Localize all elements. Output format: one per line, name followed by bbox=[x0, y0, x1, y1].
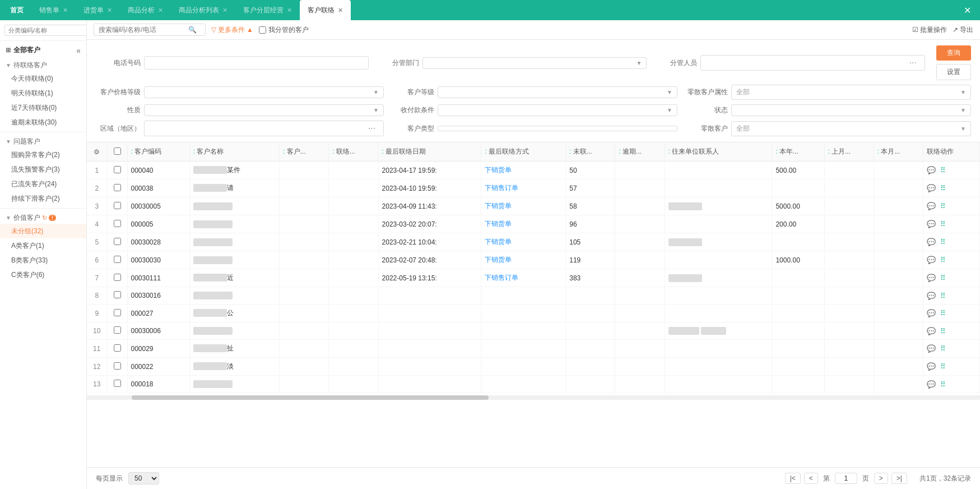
sidebar-item-declining[interactable]: 持续下滑客户(2) bbox=[0, 191, 86, 206]
tab-purchase-close[interactable]: ✕ bbox=[107, 7, 112, 14]
row-select-checkbox[interactable] bbox=[114, 220, 121, 227]
more-icon[interactable]: ⠿ bbox=[940, 344, 946, 353]
row-checkbox[interactable] bbox=[107, 269, 127, 287]
tab-analysis[interactable]: 商品分析 ✕ bbox=[120, 0, 171, 20]
tab-home[interactable]: 首页 bbox=[2, 0, 31, 20]
contact-icon[interactable]: 💬 bbox=[927, 274, 936, 282]
contact-icon[interactable]: 💬 bbox=[927, 309, 936, 317]
sidebar-item-class-a[interactable]: A类客户(1) bbox=[0, 238, 86, 253]
tab-customer-contact[interactable]: 客户联络 ✕ bbox=[300, 0, 351, 20]
sidebar-item-class-c[interactable]: C类客户(6) bbox=[0, 267, 86, 282]
row-checkbox[interactable] bbox=[107, 340, 127, 358]
batch-operation-btn[interactable]: ☑ 批量操作 bbox=[912, 25, 947, 35]
sidebar-collapse-icon[interactable]: « bbox=[76, 46, 81, 55]
row-select-checkbox[interactable] bbox=[114, 238, 121, 245]
nature-select[interactable]: ▼ bbox=[144, 104, 384, 116]
tab-customer-segment[interactable]: 客户分层经营 ✕ bbox=[235, 0, 300, 20]
row-last-method-link[interactable]: 下销售订单 bbox=[485, 274, 518, 282]
select-all-checkbox[interactable] bbox=[114, 147, 121, 155]
row-checkbox[interactable] bbox=[107, 162, 127, 179]
more-icon[interactable]: ⠿ bbox=[940, 274, 946, 282]
page-first-btn[interactable]: |< bbox=[785, 473, 801, 484]
more-icon[interactable]: ⠿ bbox=[940, 256, 946, 264]
filter-search-icon[interactable]: 🔍 bbox=[188, 26, 197, 34]
page-last-btn[interactable]: >| bbox=[891, 473, 907, 484]
page-prev-btn[interactable]: < bbox=[804, 473, 818, 484]
col-checkbox-all[interactable] bbox=[107, 142, 127, 162]
row-last-method-link[interactable]: 下销货单 bbox=[485, 166, 512, 174]
problem-customer-category[interactable]: ▼ 问题客户 bbox=[0, 135, 86, 147]
contact-icon[interactable]: 💬 bbox=[927, 220, 936, 228]
contact-icon[interactable]: 💬 bbox=[927, 292, 936, 300]
contact-icon[interactable]: 💬 bbox=[927, 238, 936, 246]
sidebar-item-churned[interactable]: 已流失客户(24) bbox=[0, 177, 86, 191]
sidebar-item-churn-warning[interactable]: 流失预警客户(3) bbox=[0, 162, 86, 177]
tab-analysis-list[interactable]: 商品分析列表 ✕ bbox=[171, 0, 235, 20]
sidebar-search-input[interactable] bbox=[4, 25, 87, 36]
contact-icon[interactable]: 💬 bbox=[927, 362, 936, 371]
more-icon[interactable]: ⠿ bbox=[940, 202, 946, 210]
row-last-method-link[interactable]: 下销货单 bbox=[485, 202, 512, 210]
more-icon[interactable]: ⠿ bbox=[940, 238, 946, 246]
row-last-method-link[interactable]: 下销货单 bbox=[485, 238, 512, 246]
region-dots-icon[interactable]: ··· bbox=[365, 123, 379, 133]
more-conditions-btn[interactable]: ▽ 更多条件 ▲ bbox=[211, 25, 253, 35]
row-last-method-link[interactable]: 下销货单 bbox=[485, 220, 512, 228]
tab-analysis-close[interactable]: ✕ bbox=[158, 7, 163, 14]
row-checkbox[interactable] bbox=[107, 251, 127, 269]
query-button[interactable]: 查询 bbox=[936, 45, 971, 61]
sidebar-item-unclassified[interactable]: 未分组(32) bbox=[0, 224, 86, 238]
sidebar-item-7day-pending[interactable]: 近7天待联络(0) bbox=[0, 100, 86, 115]
scatter-attr-select[interactable]: 全部 ▼ bbox=[731, 85, 971, 100]
more-icon[interactable]: ⠿ bbox=[940, 380, 946, 389]
contact-icon[interactable]: 💬 bbox=[927, 202, 936, 210]
contact-icon[interactable]: 💬 bbox=[927, 166, 936, 174]
row-checkbox[interactable] bbox=[107, 322, 127, 340]
more-icon[interactable]: ⠿ bbox=[940, 184, 946, 192]
sidebar-item-today-pending[interactable]: 今天待联络(0) bbox=[0, 71, 86, 86]
dept-select[interactable]: ▼ bbox=[422, 57, 647, 69]
more-icon[interactable]: ⠿ bbox=[940, 309, 946, 317]
row-checkbox[interactable] bbox=[107, 179, 127, 197]
row-select-checkbox[interactable] bbox=[114, 202, 121, 209]
region-select[interactable]: ··· bbox=[144, 121, 384, 136]
pending-contact-category[interactable]: ▼ 待联络客户 bbox=[0, 58, 86, 71]
row-checkbox[interactable] bbox=[107, 215, 127, 233]
phone-input[interactable] bbox=[144, 56, 369, 70]
tab-customer-contact-close[interactable]: ✕ bbox=[338, 7, 343, 14]
more-icon[interactable]: ⠿ bbox=[940, 166, 946, 174]
tab-customer-segment-close[interactable]: ✕ bbox=[287, 7, 292, 14]
tab-sales[interactable]: 销售单 ✕ bbox=[31, 0, 76, 20]
sidebar-item-tomorrow-pending[interactable]: 明天待联络(1) bbox=[0, 86, 86, 100]
customer-type-select[interactable] bbox=[438, 126, 677, 131]
horizontal-scrollbar[interactable] bbox=[87, 395, 980, 400]
col-settings[interactable]: ⚙ bbox=[87, 142, 107, 162]
per-page-select[interactable]: 50 100 200 bbox=[128, 472, 159, 485]
scatter-select[interactable]: 全部 ▼ bbox=[731, 121, 971, 136]
reset-button[interactable]: 设置 bbox=[936, 64, 971, 80]
tab-analysis-list-close[interactable]: ✕ bbox=[222, 7, 227, 14]
tab-purchase[interactable]: 进货单 ✕ bbox=[76, 0, 120, 20]
row-checkbox[interactable] bbox=[107, 358, 127, 376]
refresh-icon[interactable]: ↻ bbox=[42, 214, 47, 222]
row-last-method-link[interactable]: 下销售订单 bbox=[485, 184, 518, 192]
customer-level-select[interactable]: ▼ bbox=[438, 86, 677, 98]
contact-icon[interactable]: 💬 bbox=[927, 327, 936, 335]
status-select[interactable]: ▼ bbox=[731, 104, 971, 116]
row-select-checkbox[interactable] bbox=[114, 291, 121, 298]
row-select-checkbox[interactable] bbox=[114, 362, 121, 370]
sidebar-item-abnormal[interactable]: 囤购异常客户(2) bbox=[0, 147, 86, 162]
row-checkbox[interactable] bbox=[107, 197, 127, 215]
tab-sales-close[interactable]: ✕ bbox=[63, 7, 68, 14]
page-next-btn[interactable]: > bbox=[874, 473, 888, 484]
row-select-checkbox[interactable] bbox=[114, 380, 121, 387]
row-select-checkbox[interactable] bbox=[114, 326, 121, 334]
page-input[interactable] bbox=[835, 473, 857, 484]
row-select-checkbox[interactable] bbox=[114, 309, 121, 316]
price-level-select[interactable]: ▼ bbox=[144, 86, 384, 98]
row-select-checkbox[interactable] bbox=[114, 256, 121, 263]
contact-icon[interactable]: 💬 bbox=[927, 380, 936, 389]
row-select-checkbox[interactable] bbox=[114, 184, 121, 191]
row-checkbox[interactable] bbox=[107, 305, 127, 322]
contact-icon[interactable]: 💬 bbox=[927, 184, 936, 192]
